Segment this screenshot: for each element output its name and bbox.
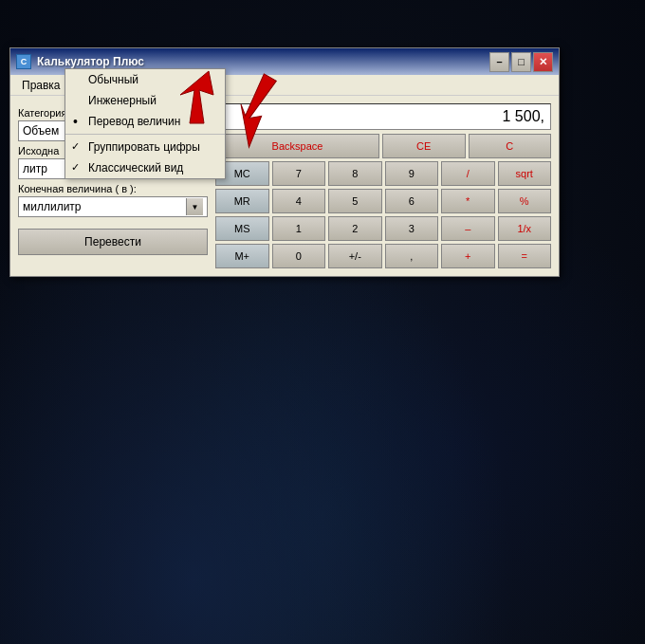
btn-5[interactable]: 5 [328, 189, 382, 213]
target-dropdown-arrow: ▼ [186, 198, 203, 215]
btn-1[interactable]: 1 [272, 216, 326, 241]
menu-inzhenerny[interactable]: Инженерный [65, 90, 225, 111]
calculator-panel: 1 500, Backspace CE C MC 7 8 9 / sqrt [215, 103, 551, 268]
mr-button[interactable]: MR [215, 189, 269, 213]
btn-4[interactable]: 4 [272, 189, 326, 213]
btn-3[interactable]: 3 [385, 216, 439, 241]
menu-gruppirovka[interactable]: Группировать цифры [65, 137, 225, 157]
convert-button[interactable]: Перевести [18, 229, 208, 255]
calc-row-1: MC 7 8 9 / sqrt [215, 161, 551, 186]
c-button[interactable]: C [469, 134, 552, 158]
calc-row-3: MS 1 2 3 – 1/x [215, 216, 551, 241]
multiply-button[interactable]: * [441, 189, 495, 213]
source-value: литр [23, 162, 47, 175]
menu-obychny[interactable]: Обычный [65, 69, 225, 90]
btn-9[interactable]: 9 [385, 161, 439, 186]
restore-button[interactable]: □ [511, 52, 531, 72]
window-icon: C [16, 54, 31, 69]
plusminus-button[interactable]: +/- [328, 244, 382, 268]
window-icon-text: C [21, 57, 28, 66]
btn-6[interactable]: 6 [385, 189, 439, 213]
mplus-button[interactable]: M+ [215, 244, 269, 268]
btn-8[interactable]: 8 [328, 161, 382, 186]
target-label: Конечная величина ( в ): [18, 183, 208, 194]
window-title: Калькулятор Плюс [37, 55, 489, 68]
percent-button[interactable]: % [498, 189, 552, 213]
menu-klassich[interactable]: Классический вид [65, 157, 225, 178]
reciprocal-button[interactable]: 1/x [498, 216, 552, 241]
calc-top-row: Backspace CE C [215, 134, 551, 158]
decimal-button[interactable]: , [385, 244, 439, 268]
minimize-button[interactable]: – [489, 52, 509, 72]
title-controls: – □ ✕ [489, 52, 553, 72]
subtract-button[interactable]: – [441, 216, 495, 241]
category-value: Объем [23, 124, 59, 138]
target-value: миллилитр [23, 200, 82, 213]
divide-button[interactable]: / [441, 161, 495, 186]
menu-separator [65, 134, 225, 135]
equals-button[interactable]: = [498, 244, 552, 268]
backspace-button[interactable]: Backspace [215, 134, 379, 158]
calculator-display: 1 500, [215, 103, 551, 130]
btn-0[interactable]: 0 [272, 244, 326, 268]
btn-7[interactable]: 7 [272, 161, 326, 186]
target-select[interactable]: миллилитр ▼ [18, 196, 208, 217]
add-button[interactable]: + [441, 244, 495, 268]
calculator-buttons: Backspace CE C MC 7 8 9 / sqrt MR 4 [215, 134, 551, 268]
ce-button[interactable]: CE [382, 134, 466, 158]
btn-2[interactable]: 2 [328, 216, 382, 241]
calc-row-2: MR 4 5 6 * % [215, 189, 551, 213]
calc-row-4: M+ 0 +/- , + = [215, 244, 551, 268]
close-button[interactable]: ✕ [533, 52, 553, 72]
menu-pravka[interactable]: Правка [14, 77, 68, 94]
ms-button[interactable]: MS [215, 216, 269, 241]
sqrt-button[interactable]: sqrt [498, 161, 552, 186]
menu-perevod[interactable]: Перевод величин [65, 111, 225, 132]
vid-dropdown-menu: Обычный Инженерный Перевод величин Групп… [64, 68, 226, 179]
